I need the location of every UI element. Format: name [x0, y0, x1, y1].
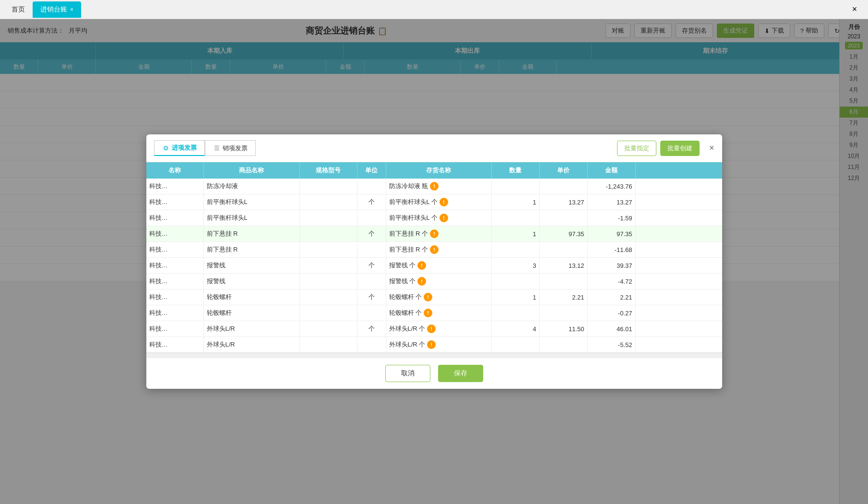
- cell-name: 科技…: [146, 226, 204, 241]
- warning-icon: !: [440, 214, 448, 222]
- warning-icon: !: [427, 340, 436, 349]
- warning-icon: !: [440, 198, 448, 206]
- tab-purchase-invoice[interactable]: ⊙ 进项发票: [154, 140, 205, 156]
- cell-unit: 个: [357, 321, 386, 336]
- table-row: 科技… 前下悬挂 R 前下悬挂 R 个 ! -11.68: [146, 242, 722, 258]
- modal-close-button[interactable]: ×: [709, 143, 714, 153]
- modal-overlay: ⊙ 进项发票 ☰ 销项发票 批量指定 批量创建 ×: [0, 19, 868, 504]
- warning-icon: !: [417, 261, 426, 270]
- sales-invoice-icon: ☰: [213, 144, 221, 152]
- cell-product: 前下悬挂 R: [204, 242, 300, 257]
- warning-icon: !: [424, 293, 432, 301]
- modal-table-header: 名称 商品名称 规格型号 单位 存货名称 数量 单价 金额: [146, 162, 722, 179]
- tab-sales-invoice[interactable]: ☰ 销项发票: [205, 140, 256, 156]
- table-row: 科技… 前平衡杆球头L 前平衡杆球头L 个 ! -1.59: [146, 210, 722, 226]
- cell-qty: 1: [492, 194, 540, 210]
- table-row: 科技… 轮毂螺杆 轮毂螺杆 个 ! -0.27: [146, 305, 722, 321]
- cell-stock: 前平衡杆球头L 个 !: [386, 194, 492, 210]
- tab-close-icon[interactable]: ×: [70, 6, 73, 13]
- cell-stock: 前下悬挂 R 个 !: [386, 242, 492, 257]
- cell-product: 报警线: [204, 274, 300, 289]
- col-header-unit: 单位: [357, 162, 386, 179]
- cancel-button[interactable]: 取消: [385, 365, 430, 382]
- cell-amount: -5.52: [588, 337, 636, 352]
- cell-price: 11.50: [540, 321, 588, 336]
- cell-name: 科技…: [146, 337, 204, 352]
- cell-qty: 3: [492, 258, 540, 273]
- warning-icon: !: [427, 324, 436, 333]
- cell-spec: [300, 194, 357, 210]
- col-header-stock: 存货名称: [386, 162, 492, 179]
- cell-qty: [492, 305, 540, 321]
- modal-footer: 取消 保存: [146, 358, 722, 389]
- tab-ledger[interactable]: 进销台账 ×: [33, 1, 81, 18]
- cell-amount: 46.01: [588, 321, 636, 336]
- cell-stock: 报警线 个 !: [386, 258, 492, 273]
- save-button[interactable]: 保存: [438, 365, 483, 382]
- cell-amount: -1,243.76: [588, 179, 636, 194]
- window-close-button[interactable]: ×: [845, 0, 864, 19]
- warning-icon: !: [430, 182, 439, 191]
- warning-icon: !: [417, 277, 426, 286]
- cell-price: 97.35: [540, 226, 588, 241]
- cell-qty: [492, 337, 540, 352]
- cell-unit: 个: [357, 194, 386, 210]
- cell-name: 科技…: [146, 242, 204, 257]
- cell-stock: 外球头L/R 个 !: [386, 337, 492, 352]
- col-header-price: 单价: [540, 162, 588, 179]
- cell-price: [540, 179, 588, 194]
- warning-icon: !: [430, 245, 439, 254]
- cell-qty: [492, 179, 540, 194]
- cell-name: 科技…: [146, 194, 204, 210]
- cell-product: 防冻冷却液: [204, 179, 300, 194]
- modal-dialog: ⊙ 进项发票 ☰ 销项发票 批量指定 批量创建 ×: [146, 134, 722, 389]
- cell-amount: 39.37: [588, 258, 636, 273]
- cell-stock: 前平衡杆球头L 个 !: [386, 210, 492, 226]
- cell-amount: 2.21: [588, 289, 636, 305]
- horizontal-scrollbar[interactable]: [146, 353, 722, 358]
- cell-stock: 外球头L/R 个 !: [386, 321, 492, 336]
- cell-spec: [300, 305, 357, 321]
- col-header-qty: 数量: [492, 162, 540, 179]
- batch-assign-button[interactable]: 批量指定: [617, 141, 656, 156]
- cell-spec: [300, 289, 357, 305]
- cell-amount: -11.68: [588, 242, 636, 257]
- cell-unit: [357, 274, 386, 289]
- table-row: 科技… 轮毂螺杆 个 轮毂螺杆 个 ! 1 2.21 2.21: [146, 289, 722, 305]
- cell-name: 科技…: [146, 289, 204, 305]
- col-header-product: 商品名称: [204, 162, 300, 179]
- cell-name: 科技…: [146, 210, 204, 226]
- cell-name: 科技…: [146, 305, 204, 321]
- cell-amount: -1.59: [588, 210, 636, 226]
- cell-price: [540, 242, 588, 257]
- modal-header-buttons: 批量指定 批量创建: [617, 141, 700, 156]
- tab-home[interactable]: 首页: [4, 1, 33, 18]
- cell-spec: [300, 321, 357, 336]
- col-header-amount: 金额: [588, 162, 636, 179]
- modal-header: ⊙ 进项发票 ☰ 销项发票 批量指定 批量创建 ×: [146, 134, 722, 162]
- tab-bar: 首页 进销台账 × ×: [0, 0, 868, 19]
- modal-table: 名称 商品名称 规格型号 单位 存货名称 数量 单价 金额 科技… 防冻冷却液 …: [146, 162, 722, 353]
- table-row: 科技… 报警线 个 报警线 个 ! 3 13.12 39.37: [146, 258, 722, 274]
- cell-unit: 个: [357, 226, 386, 241]
- cell-stock: 前下悬挂 R 个 !: [386, 226, 492, 241]
- main-area: 销售成本计算方法： 月平均 商贸企业进销台账 📋 对账 重新开账 存货别名 生成…: [0, 19, 868, 504]
- cell-qty: [492, 242, 540, 257]
- cell-spec: [300, 258, 357, 273]
- cell-price: 2.21: [540, 289, 588, 305]
- cell-amount: 97.35: [588, 226, 636, 241]
- cell-spec: [300, 210, 357, 226]
- cell-product: 外球头L/R: [204, 321, 300, 336]
- cell-spec: [300, 274, 357, 289]
- cell-unit: [357, 242, 386, 257]
- cell-spec: [300, 226, 357, 241]
- cell-price: [540, 210, 588, 226]
- cell-price: 13.27: [540, 194, 588, 210]
- cell-product: 轮毂螺杆: [204, 289, 300, 305]
- cell-product: 前平衡杆球头L: [204, 210, 300, 226]
- cell-product: 报警线: [204, 258, 300, 273]
- cell-qty: 1: [492, 289, 540, 305]
- cell-name: 科技…: [146, 179, 204, 194]
- batch-create-button[interactable]: 批量创建: [660, 141, 700, 156]
- cell-stock: 报警线 个 !: [386, 274, 492, 289]
